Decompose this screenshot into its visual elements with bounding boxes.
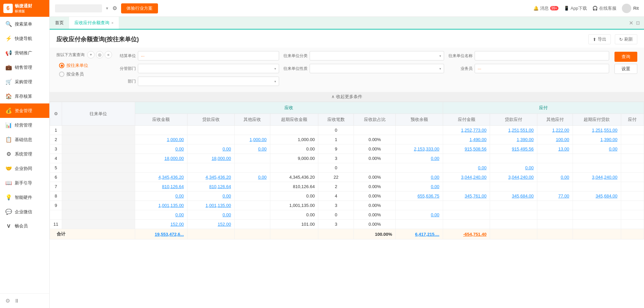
service-button[interactable]: 🎧 在线客服: [592, 5, 616, 11]
table-cell[interactable]: [537, 154, 573, 163]
partner-nature-input[interactable]: ▾: [310, 64, 444, 73]
refresh-button[interactable]: ↻ 刷新: [615, 34, 637, 44]
table-cell[interactable]: [234, 201, 270, 210]
table-cell[interactable]: [490, 220, 537, 229]
tab-maximize-icon[interactable]: ⊡: [636, 20, 640, 26]
partner-category-input[interactable]: ▾: [310, 51, 444, 60]
solution-button[interactable]: 体验行业方案: [121, 3, 158, 13]
table-cell[interactable]: [443, 201, 490, 210]
table-cell[interactable]: [187, 126, 235, 135]
table-cell[interactable]: 4,345,436.20: [187, 173, 235, 182]
table-cell[interactable]: [187, 135, 235, 144]
table-cell[interactable]: 13.00: [537, 144, 573, 154]
table-cell[interactable]: 0.00: [396, 210, 443, 220]
sidebar-item-finance[interactable]: 💰 资金管理: [0, 103, 49, 118]
table-cell[interactable]: [573, 154, 621, 163]
table-cell[interactable]: 1,251,551.00: [573, 126, 621, 135]
table-cell[interactable]: [537, 201, 573, 210]
tab-close-icon[interactable]: ×: [111, 21, 113, 25]
table-cell[interactable]: [490, 182, 537, 191]
table-cell[interactable]: 3,044,240.00: [443, 173, 490, 182]
table-cell[interactable]: 1,000.00: [135, 135, 187, 144]
table-cell[interactable]: [573, 182, 621, 191]
user-info[interactable]: Rit: [622, 4, 639, 13]
table-settings-icon[interactable]: ⚙: [54, 111, 58, 116]
scheme-add-button[interactable]: +: [87, 51, 95, 58]
sidebar-item-inventory[interactable]: 🏠 库存核算: [0, 89, 49, 103]
settlement-input[interactable]: ···: [138, 51, 279, 60]
table-cell[interactable]: [234, 126, 270, 135]
sidebar-item-member[interactable]: V 畅会员: [0, 219, 49, 233]
table-cell[interactable]: 0.00: [187, 191, 235, 201]
table-cell[interactable]: 1,251,551.00: [490, 126, 537, 135]
message-button[interactable]: 🔔 消息 99+: [533, 5, 558, 11]
table-cell[interactable]: [490, 154, 537, 163]
th-settings[interactable]: ⚙: [50, 102, 62, 126]
table-cell[interactable]: [443, 154, 490, 163]
table-cell[interactable]: [537, 163, 573, 173]
option-salesperson[interactable]: 按业务员: [56, 70, 112, 79]
sidebar-item-search[interactable]: 🔍 搜索菜单: [0, 17, 49, 31]
table-cell[interactable]: [187, 163, 235, 173]
sidebar-item-enterprise[interactable]: 🤝 企业协同: [0, 161, 49, 176]
table-cell[interactable]: 4,345,436.20: [135, 173, 187, 182]
table-cell[interactable]: [573, 163, 621, 173]
sidebar-item-basicinfo[interactable]: 📋 基础信息: [0, 132, 49, 147]
settings-button[interactable]: 设置: [614, 64, 637, 74]
table-cell[interactable]: [537, 210, 573, 220]
table-cell[interactable]: [234, 220, 270, 229]
sidebar-item-wechat[interactable]: 💬 企业微信: [0, 205, 49, 219]
table-cell[interactable]: 345,761.00: [443, 191, 490, 201]
dept-input[interactable]: ▾: [138, 77, 279, 86]
scheme-target-button[interactable]: ◎: [96, 51, 103, 58]
table-cell[interactable]: 1,390.00: [573, 135, 621, 144]
total-ap[interactable]: -654,751.40: [443, 229, 490, 239]
table-cell[interactable]: 152.00: [187, 220, 235, 229]
table-cell[interactable]: 100.00: [537, 135, 573, 144]
download-button[interactable]: 📱 App下载: [564, 5, 587, 11]
table-cell[interactable]: 915,508.56: [443, 144, 490, 154]
table-cell[interactable]: [135, 126, 187, 135]
sidebar-item-guide[interactable]: 📖 新手引导: [0, 176, 49, 190]
table-cell[interactable]: 915,495.56: [490, 144, 537, 154]
table-cell[interactable]: 2,153,333.00: [396, 144, 443, 154]
table-cell[interactable]: 0.00: [135, 210, 187, 220]
table-cell[interactable]: 1,000.00: [234, 135, 270, 144]
table-cell[interactable]: 0.00: [135, 191, 187, 201]
table-cell[interactable]: 810,126.64: [135, 182, 187, 191]
table-cell[interactable]: 0.00: [187, 210, 235, 220]
table-cell[interactable]: [443, 182, 490, 191]
table-cell[interactable]: 0.00: [234, 173, 270, 182]
table-cell[interactable]: 18,000.00: [135, 154, 187, 163]
sidebar-item-system[interactable]: ⚙ 系统管理: [0, 147, 49, 161]
tab-home[interactable]: 首页: [50, 17, 69, 29]
table-cell[interactable]: [490, 210, 537, 220]
table-cell[interactable]: 0.00: [135, 144, 187, 154]
topbar-gear-icon[interactable]: ⚙: [112, 5, 117, 11]
table-cell[interactable]: 345,684.00: [573, 191, 621, 201]
table-cell[interactable]: 0.00: [396, 154, 443, 163]
table-cell[interactable]: [443, 220, 490, 229]
sidebar-item-purchase[interactable]: 🛒 采购管理: [0, 75, 49, 89]
table-cell[interactable]: 0.00: [187, 144, 235, 154]
table-cell[interactable]: 77.00: [537, 191, 573, 201]
table-cell[interactable]: 345,684.00: [490, 191, 537, 201]
table-cell[interactable]: 810,126.64: [187, 182, 235, 191]
sidebar-item-quicknav[interactable]: ⚡ 快捷导航: [0, 31, 49, 46]
table-cell[interactable]: [573, 201, 621, 210]
table-cell[interactable]: 0.00: [537, 173, 573, 182]
table-cell[interactable]: 0.00: [490, 163, 537, 173]
sidebar-item-sales[interactable]: 💼 销售管理: [0, 60, 49, 75]
table-cell[interactable]: 1,390.00: [490, 135, 537, 144]
scheme-back-button[interactable]: «: [105, 51, 112, 58]
table-cell[interactable]: 1,001,135.00: [135, 201, 187, 210]
table-cell[interactable]: 152.00: [135, 220, 187, 229]
query-button[interactable]: 查询: [614, 52, 637, 62]
table-cell[interactable]: [537, 182, 573, 191]
table-cell[interactable]: 3,044,240.00: [490, 173, 537, 182]
tab-arbalance[interactable]: 应收应付余额查询 ×: [69, 17, 119, 30]
table-cell[interactable]: [443, 210, 490, 220]
table-cell[interactable]: 1,252,773.00: [443, 126, 490, 135]
table-cell[interactable]: [234, 182, 270, 191]
sidebar-settings-icon[interactable]: ⚙: [5, 298, 10, 304]
